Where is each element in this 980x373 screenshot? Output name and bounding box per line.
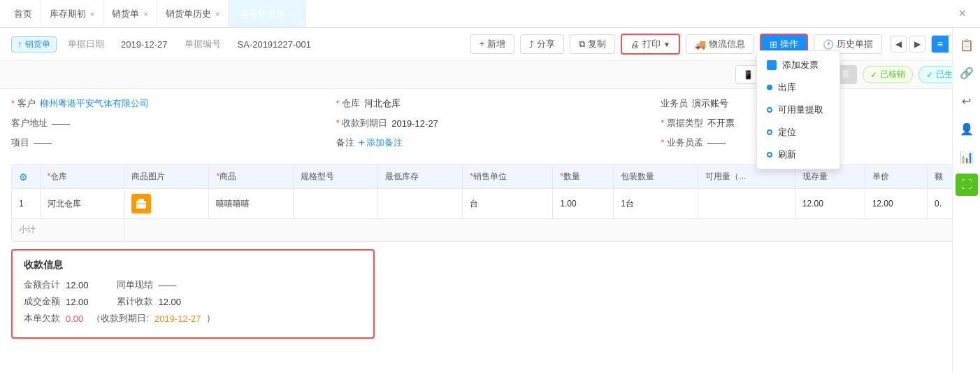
due-date-field: 收款到期日 2019-12-27 xyxy=(336,117,644,129)
product-image xyxy=(131,194,151,213)
staff-label: 业务员 xyxy=(661,97,688,110)
tab-home[interactable]: 首页 xyxy=(6,0,41,27)
sidebar-icon-link[interactable]: 🔗 xyxy=(956,62,978,84)
customer-field: 客户 柳州粤港平安气体有限公司 xyxy=(11,97,319,110)
prev-button[interactable]: ◀ xyxy=(891,36,907,52)
right-sidebar: 📋 🔗 ↩ 👤 📊 ⛶ xyxy=(952,28,980,373)
refresh-item[interactable]: 刷新 xyxy=(757,143,840,166)
due-date-value: 2019-12-27 xyxy=(391,118,438,129)
locate-item[interactable]: 定位 xyxy=(757,121,840,143)
subtotal-row: 小计 xyxy=(12,219,968,241)
deal-amount-value: 12.00 xyxy=(66,297,89,307)
check-icon: ✓ xyxy=(870,70,877,80)
logistics-button[interactable]: 🚚 物流信息 xyxy=(686,34,754,54)
table-row: 1 河北仓库 xyxy=(12,189,968,219)
outbound-item[interactable]: 出库 xyxy=(757,76,840,99)
product-img-col-header: 商品图片 xyxy=(124,165,209,189)
current-owed-label: 本单欠款 xyxy=(24,312,60,325)
remark-add-button[interactable]: + 添加备注 xyxy=(359,136,403,149)
outbound-label: 出库 xyxy=(778,81,796,94)
tab-inventory-close[interactable]: × xyxy=(90,10,94,18)
new-button[interactable]: + 新增 xyxy=(470,34,514,54)
sidebar-icon-clipboard[interactable]: 📋 xyxy=(956,34,978,56)
project-field: 项目 —— xyxy=(11,136,319,149)
confirmed-badge: ✓ 已核销 xyxy=(863,66,913,83)
panel-row-1: 金额合计 12.00 同单现结 —— xyxy=(24,279,362,291)
tab-inventory-init[interactable]: 库存期初 × xyxy=(41,0,103,27)
panel-title: 收款信息 xyxy=(24,259,362,272)
warehouse-label: 仓库 xyxy=(336,97,361,110)
row-unit: 台 xyxy=(463,189,553,219)
next-button[interactable]: ▶ xyxy=(909,36,925,52)
products-table: ⚙ *仓库 商品图片 *商品 规格型号 最低库存 *销售单位 *数量 包装数量 … xyxy=(12,165,968,241)
sidebar-icon-fullscreen[interactable]: ⛶ xyxy=(956,174,978,196)
tab-view-sales[interactable]: 查看销货单 × xyxy=(229,0,305,27)
due-date-info-close: ） xyxy=(206,312,215,325)
effective-icon: ✓ xyxy=(926,70,933,80)
svg-rect-0 xyxy=(136,201,146,209)
print-dropdown-arrow: ▼ xyxy=(663,41,670,48)
remark-field: 备注 + 添加备注 xyxy=(336,136,644,149)
due-date-info-value: 2019-12-27 xyxy=(154,314,201,324)
history-icon: 🕐 xyxy=(823,39,834,50)
warehouse-col-header: *仓库 xyxy=(40,165,124,189)
share-icon: ⤴ xyxy=(529,39,534,50)
tab-sales-close[interactable]: × xyxy=(143,10,147,18)
current-owed-field: 本单欠款 0.00 （收款到期日: 2019-12-27 ） xyxy=(24,312,215,325)
sidebar-icon-chart[interactable]: 📊 xyxy=(956,146,978,168)
remark-label: 备注 xyxy=(336,136,354,149)
project-label: 项目 xyxy=(11,136,29,149)
warehouse-value: 河北仓库 xyxy=(364,97,401,110)
window-close-button[interactable]: × xyxy=(950,6,974,21)
staff-value: 演示账号 xyxy=(692,97,728,110)
available-extract-item[interactable]: 可用量提取 xyxy=(757,99,840,121)
doc-date-label: 单据日期 xyxy=(68,38,104,50)
header-actions: + 新增 ⤴ 分享 ⧉ 复制 🖨 打印 ▼ 🚚 物流信息 xyxy=(470,34,969,55)
warehouse-field: 仓库 河北仓库 xyxy=(336,97,644,110)
add-invoice-item[interactable]: 添加发票 xyxy=(757,54,840,76)
due-date-info-label: （收款到期日: xyxy=(92,312,149,325)
doc-meta: 单据日期 2019-12-27 单据编号 SA-20191227-001 xyxy=(68,38,311,50)
min-stock-col-header: 最低库存 xyxy=(378,165,463,189)
total-amount-field: 金额合计 12.00 xyxy=(24,279,89,291)
row-quantity: 1.00 xyxy=(553,189,614,219)
print-button[interactable]: 🖨 打印 ▼ xyxy=(621,34,680,55)
project-value: —— xyxy=(34,138,52,148)
deal-amount-label: 成交金额 xyxy=(24,295,60,308)
customer-label: 客户 xyxy=(11,97,36,110)
row-warehouse: 河北仓库 xyxy=(40,189,124,219)
settings-col-header: ⚙ xyxy=(12,165,40,189)
quantity-col-header: *数量 xyxy=(553,165,614,189)
list-view-button[interactable]: ≡ xyxy=(932,36,949,52)
tab-sales-order[interactable]: 销货单 × xyxy=(103,0,157,27)
locate-label: 定位 xyxy=(778,126,796,139)
tab-sales-history-close[interactable]: × xyxy=(215,10,219,18)
tab-sales-history[interactable]: 销货单历史 × xyxy=(157,0,229,27)
table-wrapper: ⚙ *仓库 商品图片 *商品 规格型号 最低库存 *销售单位 *数量 包装数量 … xyxy=(11,164,969,242)
doc-no-value: SA-20191227-001 xyxy=(238,39,312,50)
subtotal-label: 小计 xyxy=(12,219,124,241)
panel-row-2: 成交金额 12.00 累计收款 12.00 xyxy=(24,295,362,308)
row-available xyxy=(698,189,795,219)
same-order-settle-field: 同单现结 —— xyxy=(117,279,177,291)
refresh-label: 刷新 xyxy=(778,148,796,161)
accumulated-payment-value: 12.00 xyxy=(159,297,182,307)
column-settings-icon[interactable]: ⚙ xyxy=(19,171,28,183)
panel-row-3: 本单欠款 0.00 （收款到期日: 2019-12-27 ） xyxy=(24,312,362,325)
address-label: 客户地址 xyxy=(11,117,48,129)
available-extract-label: 可用量提取 xyxy=(778,104,823,116)
row-product: 嘻嘻嘻嘻 xyxy=(209,189,294,219)
sidebar-icon-undo[interactable]: ↩ xyxy=(956,90,978,112)
same-order-settle-label: 同单现结 xyxy=(117,279,153,291)
subtotal-values xyxy=(124,219,968,241)
copy-button[interactable]: ⧉ 复制 xyxy=(570,34,615,54)
share-button[interactable]: ⤴ 分享 xyxy=(520,34,564,54)
svg-rect-1 xyxy=(138,199,144,202)
mobile-icon: 📱 xyxy=(743,70,754,80)
current-owed-value: 0.00 xyxy=(66,314,83,324)
tab-view-sales-close[interactable]: × xyxy=(289,10,294,18)
same-order-settle-value: —— xyxy=(159,280,177,290)
customer-value[interactable]: 柳州粤港平安气体有限公司 xyxy=(40,97,149,110)
product-col-header: *商品 xyxy=(209,165,294,189)
sidebar-icon-user[interactable]: 👤 xyxy=(956,118,978,140)
